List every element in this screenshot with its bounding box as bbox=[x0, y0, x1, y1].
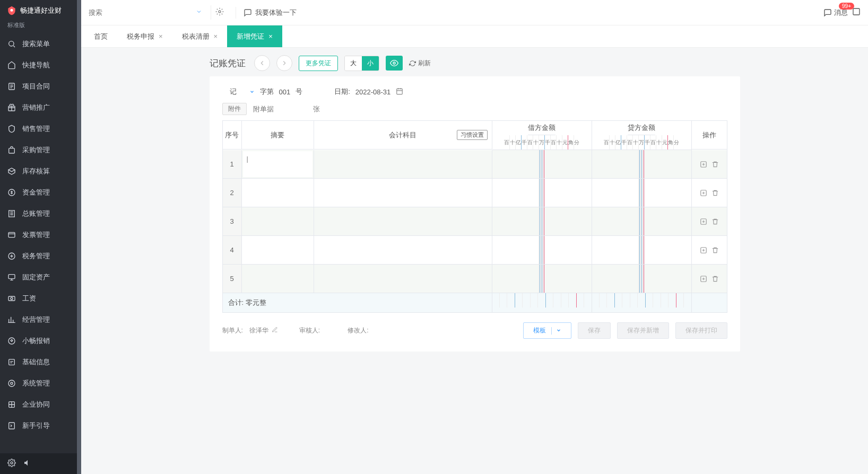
voucher-type[interactable]: 记 bbox=[222, 86, 244, 98]
sidebar-item-11[interactable]: 固定资产 bbox=[0, 267, 77, 288]
cell-credit[interactable] bbox=[592, 207, 692, 236]
tab-2[interactable]: 税表清册× bbox=[172, 25, 228, 47]
cell-subject[interactable] bbox=[314, 179, 492, 207]
tab-1[interactable]: 税务申报× bbox=[117, 25, 172, 47]
prev-voucher-button[interactable] bbox=[254, 55, 270, 71]
date-value[interactable]: 2022-08-31 bbox=[355, 88, 391, 96]
th-debit-label: 借方金额 bbox=[528, 121, 555, 135]
voucher-type-dropdown-icon[interactable] bbox=[249, 88, 255, 96]
sidebar-item-16[interactable]: 系统管理 bbox=[0, 373, 77, 394]
sound-icon[interactable] bbox=[23, 459, 32, 469]
calendar-icon[interactable] bbox=[396, 87, 403, 96]
delete-row-icon[interactable] bbox=[711, 218, 719, 225]
template-button[interactable]: 模板 bbox=[523, 322, 571, 339]
sidebar-item-3[interactable]: 营销推广 bbox=[0, 97, 77, 118]
template-dropdown-icon[interactable] bbox=[551, 327, 561, 335]
cell-subject[interactable] bbox=[314, 150, 492, 179]
settings-gear-icon[interactable] bbox=[7, 459, 16, 469]
save-and-new-button[interactable]: 保存并新增 bbox=[617, 322, 669, 339]
digit-cell[interactable] bbox=[644, 179, 645, 207]
cell-subject[interactable] bbox=[314, 207, 492, 236]
voucher-number[interactable]: 001 bbox=[279, 88, 291, 96]
messages-button[interactable]: 消息 99+ bbox=[823, 8, 848, 17]
search-dropdown-icon[interactable] bbox=[193, 8, 205, 16]
sidebar-scrollbar[interactable] bbox=[77, 0, 81, 474]
cell-summary[interactable] bbox=[242, 265, 314, 293]
cell-debit[interactable] bbox=[492, 207, 592, 236]
cell-subject[interactable] bbox=[314, 236, 492, 265]
sidebar-item-10[interactable]: 税务管理 bbox=[0, 245, 77, 267]
cell-subject[interactable] bbox=[314, 265, 492, 293]
digit-cell[interactable] bbox=[544, 265, 545, 293]
sidebar-item-14[interactable]: 小畅报销 bbox=[0, 330, 77, 352]
sidebar-item-6[interactable]: 库存核算 bbox=[0, 161, 77, 182]
summary-input[interactable] bbox=[243, 151, 313, 177]
close-icon[interactable]: × bbox=[159, 32, 163, 40]
tab-0[interactable]: 首页 bbox=[84, 25, 117, 47]
sidebar-item-13[interactable]: 经营管理 bbox=[0, 309, 77, 330]
sidebar-item-1[interactable]: 快捷导航 bbox=[0, 55, 77, 76]
digit-cell[interactable] bbox=[644, 265, 645, 293]
delete-row-icon[interactable] bbox=[711, 275, 719, 283]
cell-debit[interactable] bbox=[492, 150, 592, 179]
attachment-button[interactable]: 附件 bbox=[222, 103, 247, 115]
digit-cell[interactable] bbox=[544, 207, 545, 235]
try-link[interactable]: 我要体验一下 bbox=[244, 8, 297, 17]
digit-cell[interactable] bbox=[644, 150, 645, 178]
next-voucher-button[interactable] bbox=[276, 55, 292, 71]
sidebar-item-4[interactable]: 销售管理 bbox=[0, 118, 77, 139]
add-row-icon[interactable] bbox=[700, 189, 707, 197]
sidebar-item-5[interactable]: 采购管理 bbox=[0, 139, 77, 161]
size-big-button[interactable]: 大 bbox=[345, 56, 362, 71]
refresh-button[interactable]: 刷新 bbox=[409, 59, 431, 68]
search-input[interactable] bbox=[89, 8, 193, 16]
cell-debit[interactable] bbox=[492, 236, 592, 265]
sidebar-item-17[interactable]: 企业协同 bbox=[0, 394, 77, 415]
cell-summary[interactable] bbox=[242, 150, 314, 179]
delete-row-icon[interactable] bbox=[711, 189, 719, 197]
digit-cell[interactable] bbox=[544, 236, 545, 264]
cell-debit[interactable] bbox=[492, 179, 592, 207]
sidebar-item-18[interactable]: 新手引导 bbox=[0, 415, 77, 436]
more-vouchers-button[interactable]: 更多凭证 bbox=[299, 56, 338, 71]
tab-3[interactable]: 新增凭证× bbox=[227, 25, 282, 47]
digit-cell: 十 bbox=[510, 135, 516, 150]
delete-row-icon[interactable] bbox=[711, 161, 719, 168]
cell-summary[interactable] bbox=[242, 236, 314, 265]
cell-summary[interactable] bbox=[242, 207, 314, 236]
cell-credit[interactable] bbox=[592, 236, 692, 265]
cell-credit[interactable] bbox=[592, 265, 692, 293]
digit-cell[interactable] bbox=[544, 150, 545, 178]
edit-creator-icon[interactable] bbox=[272, 327, 278, 335]
sidebar-item-8[interactable]: 总账管理 bbox=[0, 203, 77, 224]
add-row-icon[interactable] bbox=[700, 275, 707, 283]
cell-debit[interactable] bbox=[492, 265, 592, 293]
search-settings-icon[interactable] bbox=[211, 5, 228, 20]
add-row-icon[interactable] bbox=[700, 247, 707, 254]
save-and-print-button[interactable]: 保存并打印 bbox=[675, 322, 727, 339]
save-button[interactable]: 保存 bbox=[578, 322, 611, 339]
cell-op bbox=[692, 150, 727, 179]
sidebar-item-12[interactable]: 工资 bbox=[0, 288, 77, 309]
habit-settings-button[interactable]: 习惯设置 bbox=[457, 130, 488, 140]
cell-credit[interactable] bbox=[592, 150, 692, 179]
sidebar-item-2[interactable]: 项目合同 bbox=[0, 76, 77, 97]
expand-icon[interactable] bbox=[852, 7, 861, 17]
delete-row-icon[interactable] bbox=[711, 247, 719, 254]
digit-cell[interactable] bbox=[644, 207, 645, 235]
sidebar-item-7[interactable]: 资金管理 bbox=[0, 182, 77, 203]
digit-cell[interactable] bbox=[544, 179, 545, 207]
add-row-icon[interactable] bbox=[700, 218, 707, 225]
add-row-icon[interactable] bbox=[700, 161, 707, 168]
sidebar-item-0[interactable]: 搜索菜单 bbox=[0, 33, 77, 55]
sidebar-item-15[interactable]: 基础信息 bbox=[0, 352, 77, 373]
close-icon[interactable]: × bbox=[214, 32, 218, 40]
cell-summary[interactable] bbox=[242, 179, 314, 207]
digit-cell[interactable] bbox=[644, 236, 645, 264]
cell-credit[interactable] bbox=[592, 179, 692, 207]
size-small-button[interactable]: 小 bbox=[362, 56, 379, 71]
close-icon[interactable]: × bbox=[268, 32, 273, 40]
hao-label: 号 bbox=[296, 87, 302, 96]
sidebar-item-9[interactable]: 发票管理 bbox=[0, 224, 77, 245]
preview-button[interactable] bbox=[386, 56, 403, 71]
